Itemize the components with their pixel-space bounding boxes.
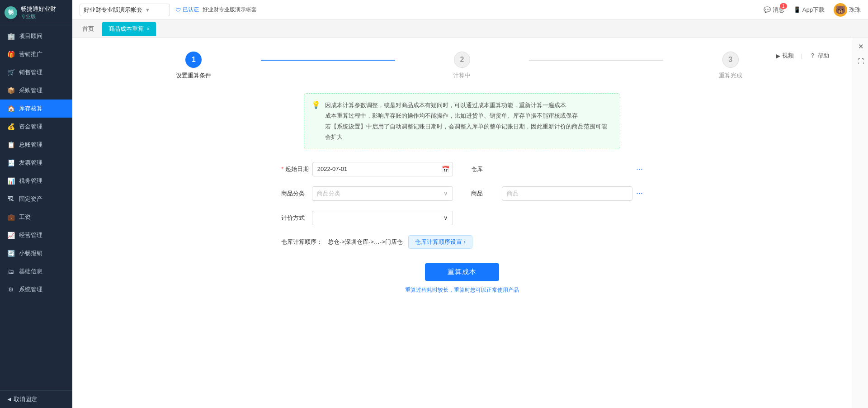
account-full-name: 好业财专业版演示帐套 xyxy=(203,6,257,14)
step-1: 1 设置重算条件 xyxy=(127,52,261,80)
sidebar-item-expense[interactable]: 🔄小畅报销 xyxy=(0,244,72,262)
sidebar-item-inventory[interactable]: 🏠库存核算 xyxy=(0,100,72,118)
logo-icon: 畅 xyxy=(5,6,17,19)
sidebar-item-sales[interactable]: 🛒销售管理 xyxy=(0,63,72,81)
warehouse-select-btn[interactable]: ··· xyxy=(636,164,643,174)
sidebar-nav: 🏢项目顾问🎁营销推广🛒销售管理📦采购管理🏠库存核算💰资金管理📋总账管理🧾发票管理… xyxy=(0,25,72,390)
required-mark: * xyxy=(281,166,283,172)
helper-line1: 因成本计算参数调整，或是对商品成本有疑问时，可以通过成本重算功能，重新计算一遍成… xyxy=(325,100,613,110)
step-2-label: 计算中 xyxy=(453,71,471,80)
nav-label-expense: 小畅报销 xyxy=(19,249,42,257)
nav-label-operations: 经营管理 xyxy=(19,231,42,239)
nav-icon-expense: 🔄 xyxy=(6,249,15,258)
nav-icon-basic: 🗂 xyxy=(6,267,15,276)
start-date-field: * 起始日期 📅 xyxy=(281,162,453,176)
shield-icon: 🛡 xyxy=(175,7,181,13)
sidebar-item-finance[interactable]: 💰资金管理 xyxy=(0,118,72,136)
user-name: 珠珠 xyxy=(849,6,861,14)
category-placeholder: 商品分类 xyxy=(317,190,340,198)
nav-icon-inventory: 🏠 xyxy=(6,104,15,113)
phone-icon: 📱 xyxy=(793,6,801,13)
app-download-label: App下载 xyxy=(802,6,825,14)
message-badge: 1 xyxy=(780,3,787,9)
nav-label-system: 系统管理 xyxy=(19,285,42,294)
warehouse-order-value: 总仓->深圳仓库->…->门店仓 xyxy=(328,238,403,246)
warehouse-label: 仓库 xyxy=(471,165,498,173)
start-date-input-wrapper: 📅 xyxy=(312,162,453,176)
nav-icon-project: 🏢 xyxy=(6,32,15,41)
calendar-icon[interactable]: 📅 xyxy=(442,166,449,173)
sidebar-item-purchase[interactable]: 📦采购管理 xyxy=(0,81,72,100)
sidebar-item-basic[interactable]: 🗂基础信息 xyxy=(0,262,72,280)
user-profile[interactable]: 🐻 珠珠 xyxy=(834,3,861,17)
step-3: 3 重算完成 xyxy=(663,52,797,80)
helper-text: 因成本计算参数调整，或是对商品成本有疑问时，可以通过成本重算功能，重新计算一遍成… xyxy=(325,100,613,142)
sidebar-item-operations[interactable]: 📈经营管理 xyxy=(0,226,72,244)
top-header: 好业财专业版演示帐套 ▼ 🛡 已认证 好业财专业版演示帐套 💬 消息 1 📱 A… xyxy=(72,0,868,20)
pricing-field: 计价方式 ∨ xyxy=(281,211,453,225)
sidebar-logo: 畅 畅捷通好业财 专业版 xyxy=(0,0,72,25)
sidebar-item-marketing[interactable]: 🎁营销推广 xyxy=(0,45,72,63)
step-1-circle: 1 xyxy=(185,52,202,68)
helper-line2: 成本重算过程中，影响库存账的操作均不能操作，比如进货单、销货单、库存单据不能审核… xyxy=(325,110,613,121)
start-date-input[interactable] xyxy=(312,162,453,176)
message-icon: 💬 xyxy=(764,6,771,13)
account-selector[interactable]: 好业财专业版演示帐套 ▼ xyxy=(80,4,170,16)
warehouse-order-label: 仓库计算顺序： xyxy=(281,238,322,246)
helper-line3: 若【系统设置】中启用了自动调整记账日期时，会调整入库单的整单记账日期，因此重新计… xyxy=(325,121,613,142)
pricing-select[interactable]: ∨ xyxy=(312,211,453,225)
sidebar-item-accounting[interactable]: 📋总账管理 xyxy=(0,136,72,154)
tab-home-label: 首页 xyxy=(82,25,94,33)
close-panel-btn[interactable]: ✕ xyxy=(855,41,867,52)
message-btn[interactable]: 💬 消息 1 xyxy=(764,6,784,14)
main-area: 好业财专业版演示帐套 ▼ 🛡 已认证 好业财专业版演示帐套 💬 消息 1 📱 A… xyxy=(72,0,868,408)
form-container: * 起始日期 📅 仓库 ··· xyxy=(281,162,643,294)
form-row-2: 商品分类 商品分类 ∨ 商品 商品 ··· xyxy=(281,186,643,201)
sidebar-unpin-btn[interactable]: ◄ 取消固定 xyxy=(0,390,72,408)
verified-label: 已认证 xyxy=(183,6,199,14)
sidebar-item-salary[interactable]: 💼工资 xyxy=(0,208,72,226)
nav-label-tax: 税务管理 xyxy=(19,177,42,185)
content-wrapper: ▶ 视频 | ？ 帮助 1 设置重算条件 2 计算中 xyxy=(72,38,868,408)
sidebar-item-assets[interactable]: 🏗固定资产 xyxy=(0,190,72,208)
sidebar-item-project[interactable]: 🏢项目顾问 xyxy=(0,27,72,45)
category-label: 商品分类 xyxy=(281,190,308,198)
nav-icon-marketing: 🎁 xyxy=(6,50,15,59)
step-line-1 xyxy=(261,60,395,61)
nav-icon-salary: 💼 xyxy=(6,213,15,222)
sidebar-item-system[interactable]: ⚙系统管理 xyxy=(0,280,72,299)
logo-text: 畅捷通好业财 专业版 xyxy=(21,5,56,19)
sidebar-item-tax[interactable]: 📊税务管理 xyxy=(0,172,72,190)
nav-icon-purchase: 📦 xyxy=(6,86,15,95)
start-date-label: * 起始日期 xyxy=(281,165,309,173)
account-dropdown-arrow: ▼ xyxy=(145,7,150,13)
nav-icon-tax: 📊 xyxy=(6,176,15,185)
nav-label-marketing: 营销推广 xyxy=(19,50,42,58)
product-select-btn[interactable]: ··· xyxy=(636,189,643,198)
nav-label-project: 项目顾问 xyxy=(19,32,42,40)
pricing-arrow-icon: ∨ xyxy=(443,214,448,221)
app-download-btn[interactable]: 📱 App下载 xyxy=(793,6,825,14)
warehouse-field: 仓库 ··· xyxy=(471,164,643,174)
recalc-cost-btn[interactable]: 重算成本 xyxy=(425,263,499,281)
nav-icon-assets: 🏗 xyxy=(6,195,15,204)
avatar: 🐻 xyxy=(834,3,847,17)
warehouse-order-settings-btn[interactable]: 仓库计算顺序设置 › xyxy=(408,235,472,249)
pricing-label: 计价方式 xyxy=(281,214,308,222)
account-name: 好业财专业版演示帐套 xyxy=(84,6,142,14)
category-select[interactable]: 商品分类 ∨ xyxy=(312,186,453,201)
tab-home[interactable]: 首页 xyxy=(76,22,100,36)
tab-recalc[interactable]: 商品成本重算 × xyxy=(102,22,156,36)
product-placeholder: 商品 xyxy=(507,190,519,198)
step-line-2 xyxy=(529,60,663,61)
nav-icon-sales: 🛒 xyxy=(6,68,15,77)
recalc-hint: 重算过程耗时较长，重算时您可以正常使用产品 xyxy=(281,286,643,294)
tab-recalc-close[interactable]: × xyxy=(146,26,150,32)
nav-icon-accounting: 📋 xyxy=(6,140,15,149)
product-label: 商品 xyxy=(471,190,498,198)
nav-label-sales: 销售管理 xyxy=(19,68,42,76)
sidebar-item-invoice[interactable]: 🧾发票管理 xyxy=(0,154,72,172)
step-3-label: 重算完成 xyxy=(719,71,742,80)
nav-label-accounting: 总账管理 xyxy=(19,141,42,149)
expand-panel-btn[interactable]: ⛶ xyxy=(855,55,867,67)
